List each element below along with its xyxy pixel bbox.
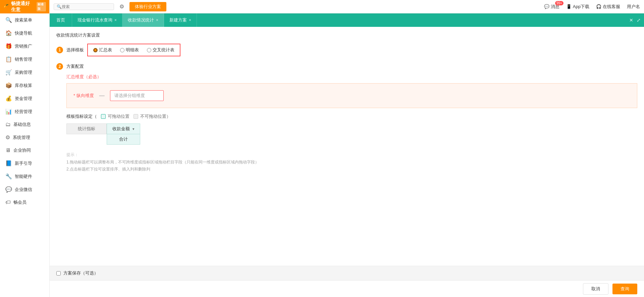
query-button[interactable]: 查询 (612, 284, 637, 294)
message-icon: 💬 (544, 4, 549, 9)
close-all-icon[interactable]: ✕ (629, 17, 633, 23)
message-button[interactable]: 💬 消息 99+ (544, 4, 559, 10)
service-label: 在线客服 (603, 4, 620, 10)
draggable-legend-box (101, 114, 106, 119)
radio-summary-input[interactable] (93, 48, 98, 52)
tab-home[interactable]: 首页 (50, 13, 72, 27)
sidebar-member-label: 畅会员 (13, 199, 26, 205)
sidebar: 🍊 畅捷通好生意 标准版 🔍搜索菜单🏠快捷导航🎁营销推广📋销售管理🛒采购管理📦库… (0, 0, 50, 297)
logo-badge: 标准版 (37, 2, 46, 11)
gear-icon[interactable]: ⚙ (119, 3, 124, 10)
sidebar-item-system[interactable]: ⚙系统管理 (0, 131, 49, 144)
radio-summary-label: 汇总表 (99, 47, 112, 53)
service-button[interactable]: 🎧 在线客服 (596, 4, 620, 10)
save-checkbox[interactable] (56, 271, 61, 276)
sidebar-enterprise-label: 企业协同 (13, 147, 31, 153)
sidebar-basic-icon: 🗂 (5, 121, 11, 128)
metrics-row-total: 合计 (107, 134, 140, 145)
sidebar-basic-label: 基础信息 (13, 121, 31, 128)
sidebar-inventory-label: 库存核算 (15, 83, 32, 89)
metrics-label-text: 模板指标设定（ (66, 113, 97, 119)
radio-cross-input[interactable] (147, 48, 151, 52)
trial-button[interactable]: 体验行业方案 (129, 2, 166, 11)
dimension-row: * 纵向维度 — 请选择分组维度 (73, 90, 630, 101)
metrics-col-dropdown-icon[interactable]: ▾ (132, 127, 135, 131)
sidebar-purchase-label: 采购管理 (15, 69, 32, 76)
sidebar-item-member[interactable]: 🏷畅会员 (0, 196, 49, 209)
radio-detail-input[interactable] (120, 48, 124, 52)
download-button[interactable]: 📱 App下载 (566, 4, 589, 10)
sidebar-item-inventory[interactable]: 📦库存核算 (0, 79, 49, 92)
sidebar-item-search[interactable]: 🔍搜索菜单 (0, 13, 49, 27)
tabbar-right: ✕ ⤢ (626, 17, 644, 23)
sidebar-logo: 🍊 畅捷通好生意 标准版 (0, 0, 49, 13)
sidebar-finance-icon: 💰 (5, 95, 12, 102)
sidebar-item-marketing[interactable]: 🎁营销推广 (0, 40, 49, 53)
tab-new-plan-label: 新建方案 (169, 17, 187, 23)
sidebar-guide-label: 新手引导 (15, 160, 32, 166)
sidebar-item-guide[interactable]: 📘新手引导 (0, 157, 49, 170)
non-draggable-legend: 不可拖动位置） (133, 113, 171, 119)
content-area: 收款情况统计方案设置 1 选择模板 汇总表 明细表 (50, 27, 644, 280)
step1-title: 选择模板 (66, 47, 84, 53)
maximize-icon[interactable]: ⤢ (637, 17, 641, 23)
tips-section: 提示： 1.拖动标题栏可以调整布局，不可跨维度或指标区域拖动栏目字段（只能在同一… (66, 151, 637, 173)
dimension-selector[interactable]: 请选择分组维度 (110, 90, 164, 101)
sidebar-finance-label: 资金管理 (15, 96, 32, 102)
dimension-section-label: 汇总维度（必选） (66, 74, 637, 80)
template-selector: 汇总表 明细表 交叉统计表 (87, 44, 180, 56)
sidebar-item-sales[interactable]: 📋销售管理 (0, 53, 49, 66)
draggable-legend-label: 可拖动位置 (108, 113, 129, 119)
tab-new-plan[interactable]: 新建方案 × (164, 13, 197, 27)
sidebar-marketing-icon: 🎁 (5, 43, 12, 49)
tab-collection-stat-close[interactable]: × (156, 18, 158, 22)
metrics-table: 收款金额 ▾ 合计 (107, 123, 140, 145)
radio-summary[interactable]: 汇总表 (93, 47, 112, 53)
logo-icon: 🍊 (3, 4, 9, 9)
vertical-dim-label: * 纵向维度 (73, 93, 94, 99)
tab-bank-flow-label: 现金银行流水查询 (77, 17, 112, 23)
metrics-section-label: 统计指标 (66, 123, 107, 134)
download-icon: 📱 (566, 4, 572, 9)
step2-num: 2 (56, 63, 63, 70)
download-label: App下载 (573, 4, 589, 10)
radio-cross-label: 交叉统计表 (153, 47, 174, 53)
dimension-placeholder: 请选择分组维度 (114, 93, 145, 98)
sidebar-purchase-icon: 🛒 (5, 69, 12, 76)
sidebar-inventory-icon: 📦 (5, 82, 12, 89)
sidebar-item-basic[interactable]: 🗂基础信息 (0, 118, 49, 131)
dimension-label-text: 汇总维度（必选） (66, 74, 101, 79)
non-draggable-legend-label: 不可拖动位置） (140, 113, 171, 119)
radio-cross[interactable]: 交叉统计表 (147, 47, 174, 53)
tab-new-plan-close[interactable]: × (189, 18, 191, 22)
tab-bank-flow-close[interactable]: × (114, 18, 117, 22)
metrics-col-header[interactable]: 收款金额 ▾ (107, 123, 140, 134)
sidebar-item-hardware[interactable]: 🔧智能硬件 (0, 170, 49, 183)
tips-title: 提示： (66, 152, 78, 157)
step1-section: 1 选择模板 汇总表 明细表 交叉统计表 (56, 44, 637, 56)
cancel-button[interactable]: 取消 (583, 283, 608, 295)
sidebar-item-purchase[interactable]: 🛒采购管理 (0, 66, 49, 79)
step1-header: 1 选择模板 汇总表 明细表 交叉统计表 (56, 44, 637, 56)
radio-detail[interactable]: 明细表 (120, 47, 139, 53)
sidebar-item-finance[interactable]: 💰资金管理 (0, 92, 49, 105)
footer-bar: 取消 查询 (50, 280, 644, 297)
tab-bank-flow[interactable]: 现金银行流水查询 × (72, 13, 122, 27)
save-section: 方案保存（可选） (50, 266, 644, 280)
tab-collection-stat[interactable]: 收款情况统计 × (122, 13, 164, 27)
metrics-row-total-label: 合计 (119, 137, 128, 142)
sidebar-item-wechat[interactable]: 💬企业微信 (0, 183, 49, 196)
service-icon: 🎧 (596, 4, 601, 9)
search-box[interactable]: 🔍 (54, 3, 114, 10)
message-badge: 99+ (555, 1, 564, 5)
sidebar-item-management[interactable]: 📊经营管理 (0, 105, 49, 118)
sidebar-item-enterprise[interactable]: 🖥企业协同 (0, 144, 49, 157)
sidebar-item-quick-nav[interactable]: 🏠快捷导航 (0, 27, 49, 40)
tip-item-1: 2.点击标题栏下拉可设置排序、插入列和删除列 (66, 166, 637, 173)
topbar-right: 💬 消息 99+ 📱 App下载 🎧 在线客服 用户名 (544, 4, 640, 10)
search-input[interactable] (62, 4, 109, 9)
logo-name: 畅捷通好生意 (11, 1, 35, 13)
sidebar-sales-label: 销售管理 (15, 56, 32, 62)
tab-collection-stat-label: 收款情况统计 (128, 17, 154, 23)
sidebar-enterprise-icon: 🖥 (5, 147, 11, 153)
